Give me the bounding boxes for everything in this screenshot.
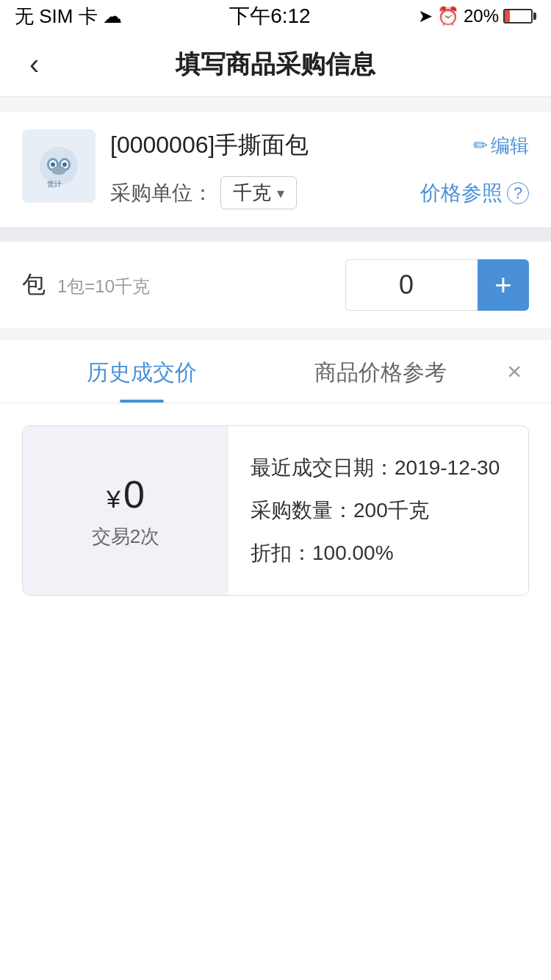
quantity-plus-button[interactable]: + — [478, 259, 529, 311]
tab-content-history: ¥0 交易2次 最近成交日期：2019-12-30 采购数量：200千克 折扣：… — [0, 403, 551, 618]
section-divider — [0, 227, 551, 242]
location-icon: ➤ — [418, 6, 433, 26]
history-detail-column: 最近成交日期：2019-12-30 采购数量：200千克 折扣：100.00% — [228, 426, 528, 595]
unit-selector[interactable]: 千克 ▾ — [220, 176, 297, 209]
unit-label: 采购单位： — [110, 179, 213, 207]
dropdown-arrow-icon: ▾ — [277, 184, 284, 202]
history-price-value: ¥0 — [107, 472, 145, 516]
sim-label: 无 SIM 卡 ☁ — [15, 4, 122, 29]
product-info: [0000006]手撕面包 ✏ 编辑 采购单位： 千克 ▾ 价格参照 ? — [110, 129, 529, 209]
history-recent-date: 最近成交日期：2019-12-30 — [251, 453, 506, 483]
svg-point-6 — [62, 162, 67, 167]
nav-bar: ‹ 填写商品采购信息 — [0, 32, 551, 97]
status-time: 下午6:12 — [229, 2, 311, 30]
history-quantity: 采购数量：200千克 — [251, 495, 506, 526]
quantity-row: 包 1包=10千克 + — [0, 242, 551, 328]
quantity-input-group: + — [345, 259, 529, 311]
tab-history-price[interactable]: 历史成交价 — [22, 340, 261, 403]
status-bar: 无 SIM 卡 ☁ 下午6:12 ➤ ⏰ 20% — [0, 0, 551, 32]
tab-product-price-ref[interactable]: 商品价格参考 — [261, 340, 500, 403]
quantity-input[interactable] — [345, 259, 478, 311]
edit-button[interactable]: ✏ 编辑 — [473, 133, 529, 159]
status-right: ➤ ⏰ 20% — [418, 6, 536, 26]
bottom-space — [0, 618, 551, 980]
history-card: ¥0 交易2次 最近成交日期：2019-12-30 采购数量：200千克 折扣：… — [22, 425, 529, 596]
unit-badge: 包 — [22, 269, 46, 301]
currency-symbol: ¥ — [107, 485, 120, 513]
product-card: 觉计 [0000006]手撕面包 ✏ 编辑 采购单位： 千克 ▾ — [0, 112, 551, 227]
history-discount: 折扣：100.00% — [251, 538, 506, 569]
tab-close-button[interactable]: × — [500, 350, 529, 393]
battery-percent: 20% — [464, 6, 499, 26]
history-price-column: ¥0 交易2次 — [23, 426, 228, 595]
price-reference-button[interactable]: 价格参照 ? — [420, 179, 529, 207]
battery-icon — [503, 9, 536, 24]
help-icon: ? — [507, 182, 529, 204]
unit-hint: 1包=10千克 — [57, 275, 150, 298]
history-trade-count: 交易2次 — [92, 524, 159, 550]
svg-text:觉计: 觉计 — [47, 180, 62, 188]
product-name: [0000006]手撕面包 — [110, 129, 309, 162]
tab-section: 历史成交价 商品价格参考 × ¥0 交易2次 最近成交日期：2019-12-30… — [0, 340, 551, 618]
status-left: 无 SIM 卡 ☁ — [15, 4, 122, 29]
product-image: 觉计 — [22, 129, 96, 203]
alarm-icon: ⏰ — [437, 6, 459, 26]
page-title: 填写商品采购信息 — [176, 48, 375, 82]
back-button[interactable]: ‹ — [22, 40, 46, 88]
owl-logo: 觉计 — [37, 144, 81, 188]
svg-point-5 — [51, 162, 55, 167]
tab-bar: 历史成交价 商品价格参考 × — [0, 340, 551, 403]
edit-icon: ✏ — [473, 135, 488, 156]
